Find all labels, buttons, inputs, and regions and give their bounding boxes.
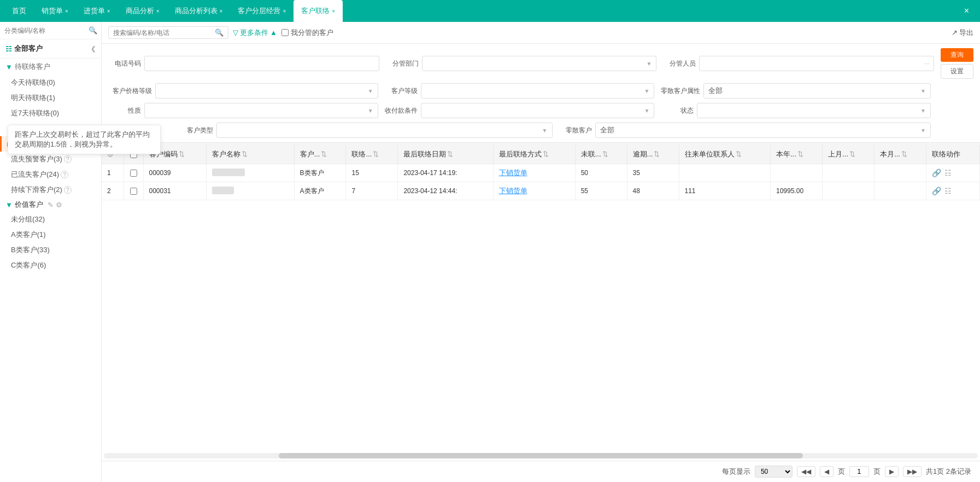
sidebar-item-lost[interactable]: 已流失客户(24) ?	[0, 167, 101, 182]
filter-dept: 分管部门 ▼	[386, 56, 657, 71]
search-icon[interactable]: 🔍	[215, 28, 224, 37]
customer-type-select[interactable]: ▼	[216, 123, 553, 138]
sidebar-search-area: 🔍	[0, 22, 101, 39]
row1-method[interactable]: 下销货单	[493, 164, 575, 182]
row2-method-link[interactable]: 下销货单	[499, 187, 527, 195]
filter-row-3: 性质 ▼ 收付款条件 ▼ 状态	[108, 103, 973, 118]
sidebar-item-a-class[interactable]: A类客户(1)	[0, 227, 101, 242]
retail-attr-select[interactable]: 全部 ▼	[703, 83, 931, 98]
customer-grade-select[interactable]: ▼	[421, 83, 655, 98]
row2-overdue: 48	[627, 182, 679, 200]
nav-item-home[interactable]: 首页	[4, 0, 34, 22]
collapse-icon: ❮	[91, 45, 96, 53]
nav-item-customer-tier[interactable]: 客户分层经营 ×	[230, 0, 294, 22]
sort-uncontacted-icon[interactable]: ⇅	[602, 150, 608, 158]
sidebar-search-input[interactable]	[4, 27, 86, 34]
row2-code: 000031	[143, 182, 206, 200]
filter-icon: ▽	[233, 28, 238, 37]
page-number-input[interactable]	[849, 466, 869, 477]
status-select[interactable]: ▼	[697, 103, 931, 118]
row1-method-link[interactable]: 下销货单	[499, 169, 527, 177]
retail-customer-select[interactable]: 全部 ▼	[595, 123, 931, 138]
sidebar-item-b-class[interactable]: B类客户(33)	[0, 242, 101, 258]
row2-date: 2023-04-12 14:44:	[398, 182, 493, 200]
sidebar-item-7days[interactable]: 近7天待联络(0)	[0, 106, 101, 121]
search-bar: 🔍 ▽ 更多条件 ▲ 我分管的客户 ↗ 导出	[102, 22, 980, 44]
chevron-up-icon: ▲	[270, 28, 277, 37]
nav-item-customer-contact[interactable]: 客户联络 ×	[294, 0, 343, 22]
nav-item-product-list[interactable]: 商品分析列表 ×	[167, 0, 231, 22]
search-input[interactable]	[113, 29, 215, 37]
row2-name	[206, 182, 294, 200]
next-page-button[interactable]: ▶	[885, 466, 899, 477]
phone-input[interactable]	[144, 56, 379, 71]
sidebar-item-declining[interactable]: 持续下滑客户(2) ?	[0, 182, 101, 198]
sort-year-icon[interactable]: ⇅	[797, 150, 803, 158]
person-select[interactable]: ···	[699, 56, 934, 71]
scroll-thumb[interactable]	[279, 453, 803, 458]
sidebar-item-tomorrow[interactable]: 明天待联络(1)	[0, 90, 101, 106]
row2-method[interactable]: 下销货单	[493, 182, 575, 200]
sort-name-icon[interactable]: ⇅	[242, 150, 248, 158]
col-uncontacted: 未联...⇅	[575, 145, 627, 164]
sort-contact-icon[interactable]: ⇅	[373, 150, 379, 158]
price-grade-chevron: ▼	[368, 88, 373, 94]
dept-select[interactable]: ▼	[422, 56, 657, 71]
window-close-button[interactable]: ×	[958, 6, 976, 16]
prev-page-button[interactable]: ◀	[820, 466, 834, 477]
row2-link-icon[interactable]: 🔗	[932, 187, 941, 195]
sidebar-item-today[interactable]: 今天待联络(0)	[0, 75, 101, 90]
sort-method-icon[interactable]: ⇅	[543, 150, 549, 158]
sort-type-icon[interactable]: ⇅	[321, 150, 327, 158]
payment-select[interactable]: ▼	[421, 103, 655, 118]
tooltip: 距客户上次交易时长，超过了此客户的平均交易周期的1.5倍，则视为异常。	[8, 125, 102, 154]
row2-qr-icon[interactable]: ☷	[944, 187, 952, 195]
pending-contact-group[interactable]: ▼ 待联络客户	[0, 59, 101, 75]
row2-uncontacted: 55	[575, 182, 627, 200]
table-header-row: ⚙ 客户编码⇅ 客户名称⇅	[102, 145, 980, 164]
col-last-contact-method: 最后联络方式⇅	[493, 145, 575, 164]
row1-link-icon[interactable]: 🔗	[932, 169, 941, 177]
sort-related-icon[interactable]: ⇅	[736, 150, 742, 158]
info-icon-4: ?	[64, 186, 72, 194]
row1-check[interactable]	[130, 170, 137, 177]
row1-related	[679, 164, 771, 182]
sort-code-icon[interactable]: ⇅	[179, 150, 185, 158]
value-customers-group[interactable]: ▼ 价值客户 ✎ ⚙	[0, 198, 101, 212]
edit-icon[interactable]: ✎	[48, 201, 54, 209]
my-customers-check[interactable]: 我分管的客户	[281, 28, 333, 38]
first-page-button[interactable]: ◀◀	[797, 466, 815, 477]
filter-payment: 收付款条件 ▼	[385, 103, 655, 118]
more-conditions-btn[interactable]: ▽ 更多条件 ▲	[233, 28, 277, 38]
sort-date-icon[interactable]: ⇅	[447, 150, 453, 158]
row2-related: 111	[679, 182, 771, 200]
settings2-icon[interactable]: ⚙	[56, 201, 62, 209]
row1-qr-icon[interactable]: ☷	[944, 169, 952, 177]
sort-overdue-icon[interactable]: ⇅	[654, 150, 660, 158]
nav-item-purchase[interactable]: 进货单 ×	[76, 0, 118, 22]
settings-button[interactable]: 设置	[941, 64, 973, 79]
gender-select[interactable]: ▼	[144, 103, 378, 118]
row1-checkbox[interactable]	[124, 164, 143, 182]
last-page-button[interactable]: ▶▶	[903, 466, 922, 477]
horizontal-scrollbar[interactable]	[102, 451, 980, 461]
sidebar-item-ungrouped[interactable]: 未分组(32)	[0, 212, 101, 227]
sidebar-item-c-class[interactable]: C类客户(6)	[0, 258, 101, 273]
my-customers-checkbox[interactable]	[281, 29, 289, 36]
query-button[interactable]: 查询	[941, 48, 973, 62]
export-button[interactable]: ↗ 导出	[952, 28, 973, 38]
price-grade-select[interactable]: ▼	[155, 83, 378, 98]
nav-item-sales[interactable]: 销货单 ×	[34, 0, 76, 22]
col-last-month: 上月...⇅	[823, 145, 875, 164]
sort-month-icon[interactable]: ⇅	[901, 150, 907, 158]
row2-checkbox[interactable]	[124, 182, 143, 200]
col-overdue: 逾期...⇅	[627, 145, 679, 164]
row2-check[interactable]	[130, 188, 137, 195]
sidebar-search-icon[interactable]: 🔍	[89, 26, 97, 34]
nav-item-product-analysis[interactable]: 商品分析 ×	[118, 0, 167, 22]
sort-lastmonth-icon[interactable]: ⇅	[849, 150, 855, 158]
filter-retail-attr: 零散客户属性 全部 ▼	[661, 83, 931, 98]
per-page-select[interactable]: 50 100 200	[755, 466, 793, 478]
all-customers-section[interactable]: ☷ 全部客户 ❮	[0, 39, 101, 59]
info-icon-3: ?	[61, 171, 68, 178]
